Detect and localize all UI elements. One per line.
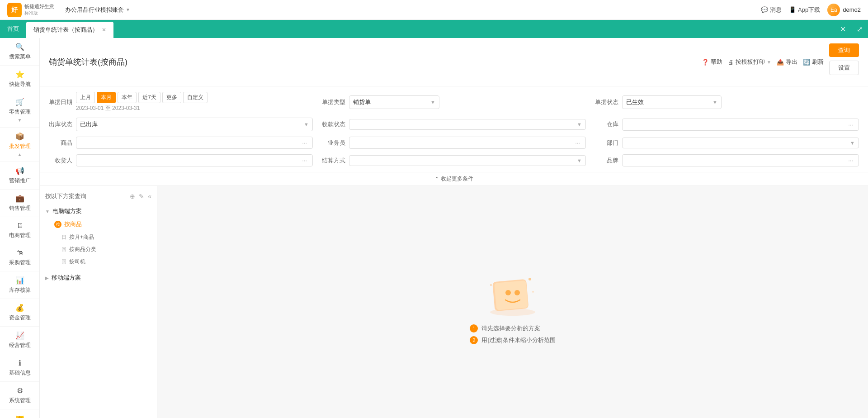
pc-group-label: 电脑端方案: [52, 207, 82, 215]
warehouse-ellipsis-icon[interactable]: ···: [846, 121, 855, 128]
filter-outstatus-item: 出库状态 已出库 ▼: [49, 118, 313, 131]
help-button[interactable]: ❓ 帮助: [702, 58, 722, 66]
nav-ecommerce-label: 电商管理: [9, 232, 31, 239]
hint-text-2: 用[过滤]条件来缩小分析范围: [481, 336, 555, 344]
salesperson-ellipsis-icon[interactable]: ···: [573, 139, 582, 146]
nav-enterprise[interactable]: 🤝 企业协同: [0, 409, 39, 418]
tab-window-close-icon[interactable]: ✕: [835, 25, 851, 33]
query-button[interactable]: 查询: [829, 43, 859, 57]
nav-search-menu[interactable]: 🔍 搜索菜单: [0, 38, 39, 66]
nav-marketing[interactable]: 📢 营销推广: [0, 162, 39, 190]
mobile-group-toggle-icon: ▶: [45, 276, 49, 280]
nav-system[interactable]: ⚙ 系统管理: [0, 382, 39, 409]
nav-retail-label: 零售管理: [9, 108, 31, 116]
filter-brand-input[interactable]: ···: [622, 154, 859, 166]
nav-wholesale[interactable]: 📦 批发管理 ▲: [0, 128, 39, 162]
filter-warehouse-label: 仓库: [595, 120, 622, 128]
nav-ecommerce[interactable]: 🖥 电商管理: [0, 217, 39, 244]
settings-button[interactable]: 设置: [829, 61, 859, 75]
mobile-group-label: 移动端方案: [52, 274, 81, 282]
filter-receiver-input[interactable]: ···: [76, 154, 313, 166]
scheme-item-by-month-goods[interactable]: 日 按月+商品: [40, 231, 157, 243]
empty-svg: [481, 260, 544, 319]
tab-home[interactable]: 首页: [0, 20, 26, 38]
tab-report[interactable]: 销货单统计表（按商品） ✕: [26, 22, 113, 38]
scheme-mobile-group-header[interactable]: ▶ 移动端方案: [40, 271, 157, 284]
hint-num-2: 2: [470, 336, 478, 344]
filter-docstatus-select[interactable]: 已生效 ▼: [622, 95, 722, 109]
by-goods-icon: 按: [54, 221, 61, 228]
scheme-pc-group-header[interactable]: ▼ 电脑端方案: [40, 205, 157, 218]
filter-docstatus-item: 单据状态 已生效 ▼: [595, 95, 859, 109]
export-label: 导出: [786, 58, 797, 66]
nav-sales[interactable]: 💼 销售管理: [0, 190, 39, 217]
by-cashier-label: 按司机: [69, 258, 85, 266]
goods-ellipsis-icon[interactable]: ···: [300, 139, 309, 146]
filter-salesperson-input[interactable]: ···: [349, 137, 586, 149]
topbar: 好 畅捷通好生意 标准版 办公用品行业模拟账套 ▼ 💬 消息 📱 App下载 E…: [0, 0, 868, 20]
filter-outstatus-label: 出库状态: [49, 120, 76, 128]
filter-goods-input[interactable]: ···: [76, 137, 313, 149]
print-button[interactable]: 🖨 按模板打印 ▼: [728, 58, 771, 66]
inventory-icon: 📊: [15, 276, 24, 285]
filter-payment-select[interactable]: ▼: [349, 155, 586, 166]
tab-maximize-icon[interactable]: ⤢: [851, 25, 868, 33]
scheme-edit-icon[interactable]: ✎: [139, 193, 144, 200]
scheme-add-icon[interactable]: ⊕: [130, 193, 135, 200]
svg-point-6: [490, 284, 492, 286]
by-goods-cat-label: 按商品分类: [69, 246, 96, 253]
date-btn-prev-month[interactable]: 上月: [76, 92, 95, 103]
nav-basic[interactable]: ℹ 基础信息: [0, 354, 39, 382]
workspace-selector[interactable]: 办公用品行业模拟账套 ▼: [65, 6, 130, 14]
star-icon: ⭐: [15, 70, 24, 79]
scheme-collapse-icon[interactable]: «: [148, 193, 151, 200]
empty-hint-2: 2 用[过滤]条件来缩小分析范围: [470, 336, 555, 344]
outstatus-dropdown-icon: ▼: [304, 122, 309, 127]
basic-icon: ℹ: [19, 359, 21, 367]
filter-warehouse-input[interactable]: ···: [622, 119, 859, 131]
nav-finance[interactable]: 💰 资金管理: [0, 299, 39, 327]
date-btn-cur-year[interactable]: 本年: [118, 92, 137, 103]
collapse-btn[interactable]: ⌃ 收起更多条件: [434, 175, 473, 183]
filter-dept-item: 部门 ▼: [595, 138, 859, 148]
date-btn-more[interactable]: 更多: [162, 92, 181, 103]
export-icon: 📤: [777, 59, 784, 66]
refresh-button[interactable]: 🔄 刷新: [803, 58, 824, 66]
scheme-item-by-goods[interactable]: 按 按商品: [40, 218, 157, 231]
collapse-row[interactable]: ⌃ 收起更多条件: [40, 172, 868, 186]
filter-outstatus-select[interactable]: 已出库 ▼: [76, 118, 313, 131]
filter-doctype-select[interactable]: 销货单 ▼: [349, 95, 439, 109]
receiver-ellipsis-icon[interactable]: ···: [300, 157, 309, 164]
filter-row-2: 出库状态 已出库 ▼ 收款状态 ▼ 仓库: [49, 118, 859, 131]
user-area[interactable]: Ea demo2: [827, 4, 861, 16]
message-button[interactable]: 💬 消息: [761, 6, 782, 14]
date-btn-7days[interactable]: 近7天: [138, 92, 160, 103]
filter-salesperson-item: 业务员 ···: [322, 137, 586, 149]
scheme-item-by-goods-cat[interactable]: 回 按商品分类: [40, 243, 157, 256]
nav-quick-nav[interactable]: ⭐ 快捷导航: [0, 66, 39, 93]
print-icon: 🖨: [728, 59, 734, 66]
user-name: demo2: [843, 6, 861, 13]
retail-arrow-icon: ▼: [18, 118, 22, 123]
filter-dept-label: 部门: [595, 139, 622, 147]
tab-close-icon[interactable]: ✕: [102, 27, 106, 33]
filter-dept-select[interactable]: ▼: [622, 138, 859, 148]
svg-point-7: [532, 291, 534, 293]
date-btn-custom[interactable]: 自定义: [183, 92, 208, 103]
filter-brand-label: 品牌: [595, 157, 622, 165]
nav-purchase[interactable]: 🛍 采购管理: [0, 244, 39, 271]
app-download-button[interactable]: 📱 App下载: [789, 6, 820, 14]
nav-ops[interactable]: 📈 经营管理: [0, 327, 39, 354]
nav-inventory[interactable]: 📊 库存核算: [0, 271, 39, 299]
export-button[interactable]: 📤 导出: [777, 58, 797, 66]
brand-ellipsis-icon[interactable]: ···: [846, 157, 855, 164]
svg-point-5: [528, 278, 531, 280]
empty-hint-1: 1 请先选择要分析的方案: [470, 324, 540, 332]
logo-area[interactable]: 好 畅捷通好生意 标准版: [7, 3, 54, 17]
filter-receiptstatus-select[interactable]: ▼: [349, 119, 586, 130]
filter-doctype-item: 单据类型 销货单 ▼: [322, 95, 586, 109]
svg-rect-2: [494, 280, 528, 310]
scheme-item-by-cashier[interactable]: 回 按司机: [40, 256, 157, 268]
nav-retail[interactable]: 🛒 零售管理 ▼: [0, 93, 39, 128]
date-btn-cur-month[interactable]: 本月: [97, 92, 116, 103]
